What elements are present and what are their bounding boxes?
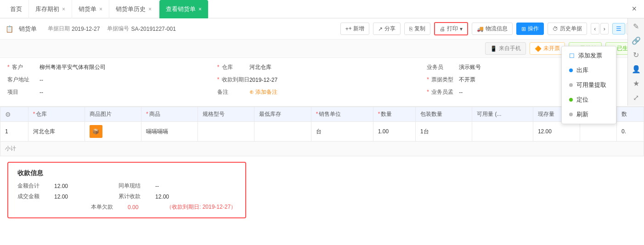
operation-button[interactable]: ⊞ 操作 (516, 23, 544, 35)
share-label: 分享 (384, 25, 395, 33)
payment-date-required: * (217, 76, 220, 83)
history-button[interactable]: ⏱ 历史单据 (548, 23, 587, 35)
warehouse-value: 河北仓库 (249, 63, 271, 71)
doc-date-label: 单据日期 (48, 25, 70, 33)
payment-row-1: 金额合计 12.00 同单现结 -- (17, 182, 236, 190)
row-minstock (254, 122, 311, 142)
main-content: 📋 销货单 单据日期 2019-12-27 单据编号 SA-20191227-0… (0, 18, 644, 224)
customer-label: * 客户 (7, 63, 40, 71)
staff-label: 业务员 (427, 63, 459, 71)
col-settings[interactable]: ⚙ (0, 107, 28, 122)
doc-header: 📋 销货单 单据日期 2019-12-27 单据编号 SA-20191227-0… (0, 18, 644, 40)
form-row-3: 项目 -- 备注 ⊕ 添加备注 * 业务员孟 (7, 88, 637, 96)
outbound-icon (569, 68, 573, 72)
staff-value: 演示账号 (459, 63, 481, 71)
not-open-btn[interactable]: 🔶 未开票 (530, 42, 565, 55)
payment-date-field: * 收款到期日 2019-12-27 (217, 76, 427, 84)
doc-date-field: 单据日期 2019-12-27 (48, 25, 100, 33)
owed-value: 0.00 (128, 204, 164, 211)
tab-home-label: 首页 (10, 5, 22, 13)
col-salesunit: 销售单位 (311, 107, 373, 122)
view-list-btn[interactable]: ☰ (612, 23, 625, 34)
payment-box: 收款信息 金额合计 12.00 同单现结 -- 成交金额 12.00 累计收款 … (7, 162, 246, 218)
settings-icon: ⚙ (5, 111, 11, 118)
project-value: -- (40, 89, 43, 96)
from-phone-btn[interactable]: 📱 来自手机 (485, 42, 526, 55)
copy-label: 复制 (414, 25, 425, 33)
tab-bar: 首页 库存期初 × 销货单 × 销货单历史 × 查看销货单 × × (0, 0, 644, 18)
edit-icon[interactable]: ✎ (633, 22, 639, 31)
dropdown-menu: ☐ 添加发票 出库 可用量提取 定位 刷新 (561, 46, 616, 124)
dropdown-outbound[interactable]: 出库 (562, 63, 616, 78)
col-qty: 数量 (373, 107, 415, 122)
row-unitprice (580, 122, 616, 142)
tab-view-sales[interactable]: 查看销货单 × (159, 0, 209, 18)
print-label: 打印 (447, 25, 458, 33)
row-image: 📦 (85, 122, 141, 142)
table-header: ⚙ 仓库 商品图片 商品 规格型号 最低库存 销售单位 数量 包装数量 可用量 … (0, 107, 644, 122)
new-button[interactable]: + + 新增 (340, 23, 369, 35)
warehouse-field: * 仓库 河北仓库 (217, 63, 427, 71)
logistics-button[interactable]: 🚚 物流信息 (472, 23, 513, 35)
project-label: 项目 (7, 88, 40, 96)
tab-home[interactable]: 首页 (4, 0, 29, 18)
col-available: 可用量 (... (472, 107, 533, 122)
tab-inventory-label: 库存期初 (35, 5, 59, 13)
phone-icon: 📱 (490, 46, 497, 52)
tab-sales[interactable]: 销货单 × (72, 0, 109, 18)
col-spec: 规格型号 (198, 107, 254, 122)
form-row-2: 客户地址 -- * 收款到期日 2019-12-27 * 票据类型 (7, 76, 637, 84)
print-icon: 🖨 (440, 26, 445, 32)
refresh-icon (569, 113, 573, 116)
payment-date-label: * 收款到期日 (217, 76, 249, 84)
nav-arrows: ‹ › (591, 23, 609, 34)
customer-value: 柳州粤港平安气体有限公司 (40, 63, 106, 71)
prev-button[interactable]: ‹ (591, 23, 599, 34)
subtotal-row: 小计 (0, 142, 644, 156)
share-button[interactable]: ↗ 分享 (373, 23, 401, 35)
star-icon[interactable]: ★ (633, 79, 639, 88)
col-amount: 数 (617, 107, 644, 122)
operation-icon: ⊞ (521, 26, 526, 32)
page-wrapper: 首页 库存期初 × 销货单 × 销货单历史 × 查看销货单 × × 📋 销货单 (0, 0, 644, 245)
expand-icon[interactable]: ⤢ (633, 93, 639, 102)
col-warehouse: 仓库 (28, 107, 85, 122)
staff-name-required: * (427, 89, 429, 95)
tab-sales-close[interactable]: × (99, 6, 102, 12)
copy-button[interactable]: ⎘ 复制 (404, 23, 430, 35)
row-amount: 0. (617, 122, 644, 142)
add-note-button[interactable]: ⊕ 添加备注 (249, 88, 277, 96)
dropdown-refresh[interactable]: 刷新 (562, 107, 616, 122)
tab-sales-history-close[interactable]: × (148, 6, 152, 12)
user-icon[interactable]: 👤 (632, 65, 641, 74)
product-image: 📦 (90, 125, 102, 138)
dropdown-available-qty[interactable]: 可用量提取 (562, 78, 616, 92)
dropdown-add-invoice[interactable]: ☐ 添加发票 (562, 48, 616, 63)
doc-title-section: 📋 销货单 单据日期 2019-12-27 单据编号 SA-20191227-0… (6, 25, 176, 33)
next-button[interactable]: › (600, 23, 609, 34)
data-table-wrapper: ⚙ 仓库 商品图片 商品 规格型号 最低库存 销售单位 数量 包装数量 可用量 … (0, 106, 644, 156)
cumulative-value: 12.00 (155, 194, 169, 200)
logistics-icon: 🚚 (477, 26, 484, 32)
new-label: + 新增 (349, 25, 364, 33)
link-icon[interactable]: 🔗 (632, 36, 641, 45)
tab-inventory-close[interactable]: × (62, 6, 65, 12)
tab-inventory[interactable]: 库存期初 × (29, 0, 72, 18)
print-button[interactable]: 🖨 打印 ▾ (434, 22, 468, 35)
subtotal-label: 小计 (0, 142, 644, 156)
payment-title: 收款信息 (17, 169, 236, 177)
deal-amount-label: 成交金额 (17, 193, 54, 200)
dropdown-locate[interactable]: 定位 (562, 92, 616, 107)
doc-type-label: 销货单 (19, 25, 37, 33)
tab-sales-history[interactable]: 销货单历史 × (109, 0, 158, 18)
tab-view-sales-close[interactable]: × (198, 6, 202, 12)
owed-label: 本单欠款 (91, 203, 128, 211)
col-minstock: 最低库存 (254, 107, 311, 122)
rotate-icon[interactable]: ↻ (633, 51, 639, 59)
project-field: 项目 -- (7, 88, 217, 96)
close-window-btn[interactable]: × (628, 4, 640, 14)
operation-label: 操作 (528, 25, 539, 33)
doc-number-value: SA-20191227-001 (131, 26, 175, 32)
add-invoice-label: 添加发票 (578, 51, 602, 60)
payment-row-3: 本单欠款 0.00 （收款到期日: 2019-12-27） (17, 203, 236, 211)
